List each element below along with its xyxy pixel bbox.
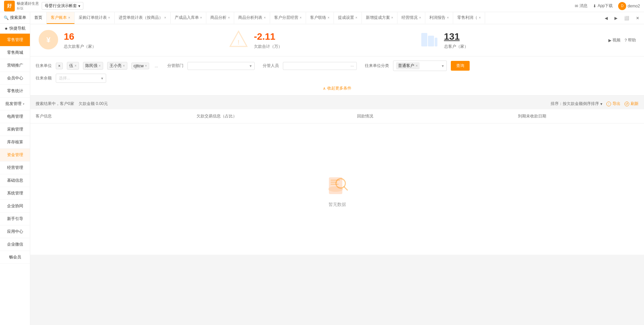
- collapse-button[interactable]: ∧ 收起更多条件: [323, 85, 351, 91]
- tab-close-cost-receipt[interactable]: ×: [200, 16, 202, 20]
- tab-promotion-settings[interactable]: 提成设置 ×: [334, 12, 362, 24]
- sidebar-quick-nav[interactable]: ★ 快捷导航: [0, 24, 30, 34]
- remove-tag-chen[interactable]: ×: [99, 64, 101, 68]
- tab-product-analysis[interactable]: 商品分析 ×: [206, 12, 234, 24]
- sidebar-item-purchase[interactable]: 采购管理: [0, 123, 30, 136]
- person-filter-select[interactable]: ···: [283, 62, 357, 70]
- unit-filter-label: 往来单位: [36, 63, 52, 69]
- tab-purchase-order-stats[interactable]: 采购订单统计表 ×: [75, 12, 115, 24]
- tab-home[interactable]: 首页: [30, 12, 47, 24]
- tab-restore[interactable]: ✕: [634, 13, 641, 23]
- svg-rect-6: [435, 38, 437, 46]
- remove-tag-cjttcw[interactable]: ×: [145, 64, 147, 68]
- unit-class-tag[interactable]: 普通客户 ×: [396, 62, 420, 69]
- sort-select[interactable]: 排序：按欠款金额倒序排序 ▾: [551, 101, 602, 107]
- tab-new-promotion[interactable]: 新增提成方案 ×: [362, 12, 398, 24]
- account-selector[interactable]: 母婴行业演示帐套 ▾: [42, 2, 83, 10]
- filter-tag-wu[interactable]: 伍 ×: [67, 62, 79, 70]
- sidebar-item-ops[interactable]: 经营管理: [0, 161, 30, 174]
- tab-close-customer-book[interactable]: ×: [68, 16, 70, 20]
- col-customer-info: 客户信息: [36, 113, 197, 119]
- tab-customer-contact[interactable]: 客户联络 ×: [306, 12, 334, 24]
- remove-tag-wang[interactable]: ×: [123, 64, 125, 68]
- svg-rect-5: [428, 36, 434, 46]
- dept-filter-select[interactable]: ▾: [187, 62, 255, 70]
- sidebar-item-wholesale[interactable]: 批发管理 ▾: [0, 98, 30, 110]
- sidebar-item-inventory[interactable]: 库存核算: [0, 136, 30, 149]
- filter-tag-unit-all[interactable]: ×: [56, 63, 63, 69]
- col-payment-status: 回款情况: [357, 113, 518, 119]
- sidebar-item-marketing[interactable]: 营销推广: [0, 59, 30, 72]
- remove-unit-class[interactable]: ×: [416, 64, 418, 68]
- sidebar-item-retail-mgmt[interactable]: 零售管理: [0, 34, 30, 46]
- app-download-btn[interactable]: ⬇ App下载: [593, 3, 613, 9]
- unit-class-select[interactable]: 普通客户 × ▾: [393, 61, 447, 71]
- export-btn[interactable]: ↑ 导出: [606, 101, 620, 107]
- tab-close-purchase-order[interactable]: ×: [108, 16, 110, 20]
- tab-close-customer-seg[interactable]: ×: [300, 16, 302, 20]
- balance-select[interactable]: 选择... ▾: [56, 74, 106, 83]
- tab-scroll-right[interactable]: ▶: [612, 13, 619, 23]
- tab-close-customer-contact[interactable]: ×: [328, 16, 330, 20]
- stat2-data: -2.11 欠款合计（万）: [254, 31, 282, 49]
- tab-cost-receipt[interactable]: 产成品入库单 ×: [171, 12, 207, 24]
- video-help-btn[interactable]: ▶ 视频: [608, 37, 620, 43]
- filter-tag-wang[interactable]: 王小亮 ×: [107, 62, 127, 70]
- app-logo-text: 畅捷通好生意: [17, 1, 39, 6]
- tab-maximize[interactable]: ⬜: [622, 13, 631, 23]
- results-bar: 搜索结果中，客户0家 欠款金额 0.00元 排序：按欠款金额倒序排序 ▾ ↑ 导…: [30, 98, 644, 109]
- tab-customer-seg[interactable]: 客户分层经营 ×: [270, 12, 306, 24]
- empty-text: 暂无数据: [329, 202, 346, 208]
- sidebar-item-vip[interactable]: 畅会员: [0, 251, 30, 264]
- main-layout: 🔍 搜索菜单 ★ 快捷导航 零售管理 零售商城 营销推广 会员中心 零售统计 批…: [0, 12, 644, 325]
- chevron-right-icon: ▾: [23, 102, 25, 106]
- collapse-row: ∧ 收起更多条件: [36, 85, 639, 91]
- tab-retail-profit[interactable]: 零售利润（ ×: [453, 12, 485, 24]
- tab-profit-report[interactable]: 利润报告 ×: [425, 12, 453, 24]
- sidebar-item-app-center[interactable]: 应用中心: [0, 225, 30, 238]
- remove-tag-wu[interactable]: ×: [75, 64, 77, 68]
- user-profile[interactable]: D demo2: [618, 2, 640, 10]
- stat2-value: -2.11: [254, 31, 282, 42]
- sidebar-item-retail-stats[interactable]: 零售统计: [0, 85, 30, 98]
- tab-close-promotion-settings[interactable]: ×: [355, 16, 357, 20]
- sidebar-item-member[interactable]: 会员中心: [0, 72, 30, 85]
- tab-close-product-analysis[interactable]: ×: [228, 16, 230, 20]
- dept-arrow-icon: ▾: [250, 64, 252, 68]
- stat1-value: 16: [64, 31, 96, 42]
- page-content: ¥ 16 总欠款客户（家） !: [30, 24, 644, 325]
- more-tags-btn[interactable]: ...: [153, 63, 159, 69]
- sidebar-item-enterprise-collab[interactable]: 企业协同: [0, 200, 30, 213]
- sidebar-item-ecommerce[interactable]: 电商管理: [0, 110, 30, 123]
- messages-btn[interactable]: ✉ 消息: [575, 3, 588, 9]
- chevron-down-icon: ▾: [78, 4, 80, 8]
- sidebar-item-enterprise-wechat[interactable]: 企业微信: [0, 238, 30, 251]
- filter-tag-chen[interactable]: 陈民强 ×: [83, 62, 103, 70]
- sidebar-item-retail-mall[interactable]: 零售商城: [0, 46, 30, 59]
- sidebar-item-basic[interactable]: 基础信息: [0, 174, 30, 187]
- tab-customer-book[interactable]: 客户账本 ×: [47, 12, 75, 24]
- tab-close-new-promotion[interactable]: ×: [391, 16, 393, 20]
- tab-ops-status[interactable]: 经营情况 ×: [397, 12, 425, 24]
- tab-close-ops-status[interactable]: ×: [419, 16, 421, 20]
- tab-scroll-left[interactable]: ◀: [603, 13, 610, 23]
- tab-close-product-list[interactable]: ×: [264, 16, 266, 20]
- tab-close-profit-report[interactable]: ×: [447, 16, 449, 20]
- sidebar-item-new-guide[interactable]: 新手引导: [0, 213, 30, 225]
- filter-row-2: 往来余额 选择... ▾: [36, 74, 639, 83]
- query-button[interactable]: 查询: [451, 61, 470, 71]
- sidebar-item-system[interactable]: 系统管理: [0, 187, 30, 200]
- logo-text-block: 畅捷通好生意 标版: [17, 1, 39, 10]
- sidebar-search[interactable]: 🔍 搜索菜单: [0, 12, 30, 24]
- refresh-btn[interactable]: ↺ 刷新: [625, 101, 639, 107]
- stat1-data: 16 总欠款客户（家）: [64, 31, 96, 49]
- stat3-icon: [419, 30, 439, 51]
- filter-tag-cjttcw[interactable]: cjttcw ×: [131, 63, 149, 69]
- tab-close-stock-stats[interactable]: ×: [164, 16, 166, 20]
- table-container: 客户信息 欠款交易信息（占比） 回款情况 到期未收款日期: [30, 109, 644, 255]
- tab-close-retail-profit[interactable]: ×: [479, 16, 481, 20]
- tab-stock-stats[interactable]: 进货单统计表（按商品） ×: [115, 12, 171, 24]
- tab-product-analysis-list[interactable]: 商品分析列表 ×: [234, 12, 270, 24]
- help-btn[interactable]: ? 帮助: [625, 37, 636, 43]
- sidebar-item-finance[interactable]: 资金管理: [0, 149, 30, 161]
